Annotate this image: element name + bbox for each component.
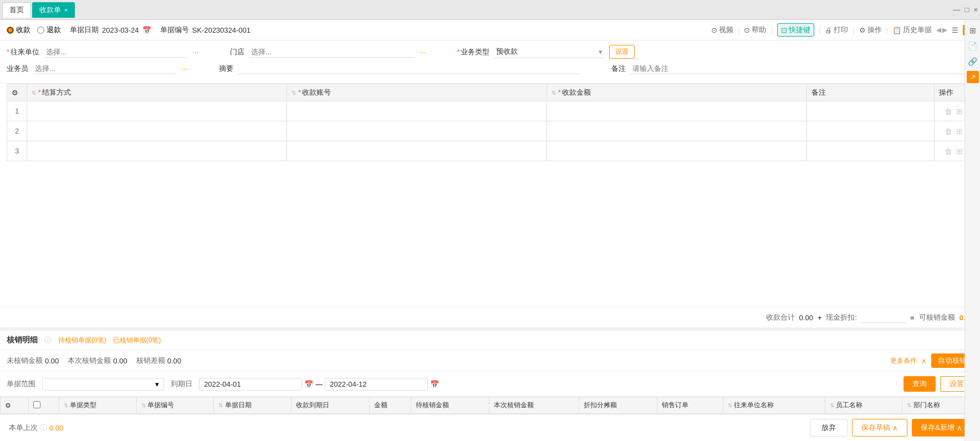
close-btn[interactable]: ×	[973, 6, 978, 14]
total-value: 0.00	[799, 314, 813, 322]
calendar-from-icon[interactable]: 📅	[304, 380, 313, 388]
sidebar-doc-icon[interactable]: 📄	[967, 40, 979, 52]
row-account[interactable]	[287, 121, 547, 141]
query-btn[interactable]: 查询	[904, 376, 936, 392]
row-account[interactable]	[287, 101, 547, 121]
delete-row-icon[interactable]: 🗑	[945, 147, 952, 156]
row-settlement[interactable]	[27, 141, 287, 161]
range-label: 单据范围	[7, 379, 35, 389]
tab-current-label: 收款单	[39, 5, 61, 15]
col-current-amount: 本次核销金额	[489, 397, 579, 414]
row-amount[interactable]	[547, 121, 807, 141]
store-more-btn[interactable]: ···	[420, 48, 426, 57]
col-checkbox[interactable]	[29, 397, 59, 414]
print-btn[interactable]: 🖨打印	[825, 25, 848, 35]
bottom-info-value: 0.00	[49, 424, 63, 432]
row-notes[interactable]	[807, 121, 935, 141]
counterpart-more-btn[interactable]: ···	[192, 48, 199, 57]
row-settlement[interactable]	[27, 101, 287, 121]
row-amount[interactable]	[547, 141, 807, 161]
copy-row-icon[interactable]: ⊞	[956, 107, 963, 116]
save-new-btn[interactable]: 保存&新增 ∧	[912, 419, 971, 437]
radio-refund[interactable]: 退款	[37, 25, 61, 35]
sidebar-expand-icon[interactable]: ↗	[967, 71, 979, 83]
copy-row-icon[interactable]: ⊞	[956, 127, 963, 136]
calendar-to-icon[interactable]: 📅	[430, 380, 439, 388]
unreversed-stat: 未核销金额 0.00	[7, 356, 59, 366]
maximize-btn[interactable]: □	[965, 6, 969, 14]
detail-table: ⚙ ⇅ 单据类型 ⇅ 单据编号 ⇅ 单据日期 收款到期日 金额 待核销金额 本次…	[0, 397, 980, 414]
minimize-btn[interactable]: —	[953, 6, 961, 14]
doc-number-info: 单据编号 SK-20230324-001	[160, 25, 251, 35]
save-draft-arrow: ∧	[892, 424, 898, 432]
row-notes[interactable]	[807, 141, 935, 161]
row-amount[interactable]	[547, 101, 807, 121]
radio-receive[interactable]: 收款	[7, 25, 30, 35]
col-settings[interactable]: ⚙	[1, 397, 29, 414]
col-account: ⇅ 收款账号	[287, 84, 547, 101]
stats-row: 未核销金额 0.00 本次核销金额 0.00 核销差额 0.00 更多条件 ∧ …	[0, 350, 980, 372]
more-conditions-btn[interactable]: 更多条件	[890, 356, 917, 366]
bottom-actions: 放弃 保存草稿 ∧ 保存&新增 ∧	[810, 419, 971, 437]
calendar-icon[interactable]: 📅	[142, 26, 151, 34]
operation-btn[interactable]: ⚙操作	[859, 25, 882, 35]
list-view-icon[interactable]: ☰	[952, 26, 958, 34]
summary-input[interactable]	[238, 63, 581, 74]
tab-home-label: 首页	[9, 5, 24, 15]
tab-close-icon[interactable]: ×	[64, 7, 68, 13]
store-input[interactable]	[249, 47, 415, 58]
sidebar-link-icon[interactable]: 🔗	[967, 55, 979, 68]
save-draft-btn[interactable]: 保存草稿 ∧	[852, 419, 907, 437]
discount-label: 现金折扣:	[826, 312, 857, 322]
info-icon[interactable]: ⓘ	[44, 335, 52, 345]
nav-next[interactable]: ▶	[942, 26, 947, 34]
row-notes[interactable]	[807, 101, 935, 121]
completed-tab[interactable]: 已核销单据(0笔)	[113, 336, 161, 345]
plus-sign: +	[818, 314, 822, 322]
business-type-label: 业务类型	[457, 47, 489, 57]
salesperson-more-btn[interactable]: ···	[181, 64, 188, 73]
sidebar-table-icon[interactable]: ⊞	[967, 24, 979, 37]
verification-header: 核销明细 ⓘ 待核销单据(0笔) 已核销单据(0笔)	[0, 331, 980, 350]
date-label: 到期日	[171, 379, 192, 389]
receipt-table-section: ⚙ ⇅ 结算方式 ⇅ 收款账号 ⇅ 收款金额 备注 操作 1 🗑	[0, 84, 980, 307]
counterpart-label: 往来单位	[7, 47, 39, 57]
help-btn[interactable]: ⊙帮助	[744, 25, 766, 35]
row-num: 3	[7, 141, 27, 161]
business-type-select[interactable]: 预收款 ▾	[494, 45, 605, 58]
notes-input[interactable]	[630, 63, 973, 74]
date-to-input[interactable]	[325, 378, 428, 391]
row-account[interactable]	[287, 141, 547, 161]
counterpart-input[interactable]	[44, 47, 188, 58]
copy-row-icon[interactable]: ⊞	[956, 147, 963, 156]
row-num: 2	[7, 121, 27, 141]
nav-prev[interactable]: ◀	[936, 26, 941, 34]
shortcut-btn[interactable]: ⊡快捷键	[777, 23, 814, 37]
history-btn[interactable]: 📋历史单据	[892, 25, 932, 35]
form-section: 往来单位 ··· 门店 ··· 业务类型 预收款 ▾ 设置 业务员 ··· 摘要…	[0, 40, 980, 84]
table-row: 2 🗑 ⊞	[7, 121, 973, 141]
discount-input[interactable]	[861, 312, 906, 323]
date-range-separator: —	[315, 380, 323, 388]
pending-tab[interactable]: 待核销单据(0笔)	[58, 336, 106, 345]
verification-title: 核销明细	[7, 335, 38, 345]
video-btn[interactable]: ⊙视频	[711, 25, 733, 35]
delete-row-icon[interactable]: 🗑	[945, 127, 952, 136]
total-label: 收款合计	[766, 312, 795, 322]
col-discount: 折扣分摊额	[579, 397, 657, 414]
bottom-info-icon[interactable]: ⓘ	[40, 423, 47, 433]
row-settlement[interactable]	[27, 121, 287, 141]
tab-current[interactable]: 收款单 ×	[32, 2, 75, 18]
range-select[interactable]: ▾	[42, 378, 164, 391]
salesperson-input[interactable]	[33, 63, 177, 74]
delete-row-icon[interactable]: 🗑	[945, 107, 952, 116]
tab-home[interactable]: 首页	[2, 2, 31, 18]
abandon-btn[interactable]: 放弃	[810, 419, 848, 437]
detail-table-section: ⚙ ⇅ 单据类型 ⇅ 单据编号 ⇅ 单据日期 收款到期日 金额 待核销金额 本次…	[0, 397, 980, 414]
col-amount: ⇅ 收款金额	[547, 84, 807, 101]
row-num: 1	[7, 101, 27, 121]
col-employee: ⇅ 员工名称	[825, 397, 902, 414]
table-settings-icon[interactable]: ⚙	[7, 84, 27, 101]
date-from-input[interactable]	[199, 378, 302, 391]
settings-button[interactable]: 设置	[609, 45, 635, 59]
